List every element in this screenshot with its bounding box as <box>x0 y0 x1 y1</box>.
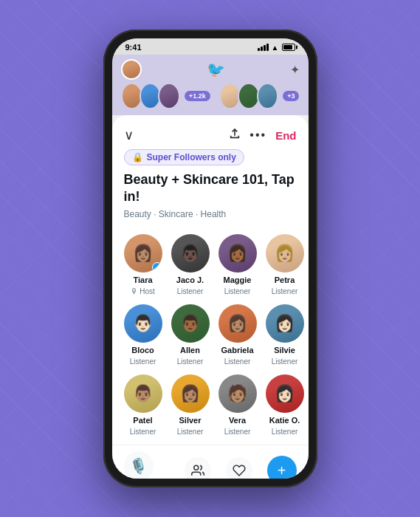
participant-role: Listener <box>272 428 298 436</box>
participant-name: Bloco <box>131 346 154 355</box>
twitter-logo: 🐦 <box>207 61 225 78</box>
participant-avatar: 👩🏻 <box>266 304 304 343</box>
participant-role: Listener <box>272 357 298 366</box>
participant-item[interactable]: 👩🏼PetraListener <box>266 234 304 295</box>
participant-role: Listener <box>177 428 204 436</box>
participant-avatar: 👩🏾 <box>218 234 257 273</box>
room-title: Beauty + Skincare 101, Tap in! <box>112 171 309 209</box>
wifi-icon: ▲ <box>272 44 279 52</box>
participant-item[interactable]: 🧑🏽VeraListener <box>218 374 257 436</box>
bottom-sheet: ∨ ••• End 🔒 Super Followers only Beauty … <box>112 115 309 479</box>
participant-name: Patel <box>133 416 152 425</box>
participant-avatar: 👨🏽 <box>124 374 162 413</box>
participant-name: Silvie <box>274 346 295 355</box>
participant-avatar: 👩🏻 <box>266 374 304 413</box>
participant-item[interactable]: 👨🏽PatelListener <box>124 374 162 436</box>
participant-item[interactable]: 👩🏾MaggieListener <box>218 234 257 295</box>
participant-avatar: 👩🏽 <box>171 374 210 413</box>
room-tags: Beauty · Skincare · Health <box>112 209 309 228</box>
spaces-header: 🐦 ✦ +1.2k +3 <box>112 55 309 115</box>
participant-name: Tiara <box>133 275 152 284</box>
toolbar-left: ∨ <box>124 127 134 143</box>
participant-role: Listener <box>177 287 204 295</box>
share-icon[interactable] <box>229 128 241 143</box>
spaces-top-bar: 🐦 ✦ <box>121 59 300 80</box>
toolbar-right: ••• End <box>229 128 296 143</box>
signal-icon <box>258 44 269 51</box>
participant-role: Listener <box>272 287 298 295</box>
participant-avatar: 👩🏽✓ <box>124 234 162 273</box>
participant-item[interactable]: 👩🏽✓Tiara🎙 Host <box>124 234 162 295</box>
bottom-actions: + <box>185 456 297 479</box>
status-time: 9:41 <box>125 43 142 52</box>
participant-role: Listener <box>224 357 251 366</box>
participant-name: Gabriela <box>221 346 253 355</box>
mic-icon: 🎙 <box>131 287 138 295</box>
add-button[interactable]: + <box>267 456 297 479</box>
super-followers-icon: 🔒 <box>132 152 143 162</box>
participant-avatar: 👨🏾 <box>171 304 210 343</box>
participant-avatar: 🧑🏽 <box>218 374 257 413</box>
participant-name: Katie O. <box>269 416 300 425</box>
super-followers-label: Super Followers only <box>147 152 236 162</box>
status-bar: 9:41 ▲ <box>112 38 309 55</box>
participant-item[interactable]: 👩🏽SilverListener <box>171 374 210 436</box>
listener-avatar-3 <box>158 83 179 109</box>
chevron-down-icon[interactable]: ∨ <box>124 127 134 143</box>
spaces-host-avatar <box>121 59 142 80</box>
phone-frame: 9:41 ▲ 🐦 ✦ +1.2k <box>103 30 317 487</box>
sheet-toolbar: ∨ ••• End <box>112 127 309 149</box>
participant-item[interactable]: 👨🏾AllenListener <box>171 304 210 366</box>
battery-icon <box>282 44 295 51</box>
participant-name: Silver <box>179 416 202 425</box>
listener-count-badge: +1.2k <box>185 91 210 101</box>
heart-button[interactable] <box>226 457 252 479</box>
bottom-bar: 🎙️ Mic is on <box>112 445 309 479</box>
mic-section: 🎙️ Mic is on <box>124 451 154 479</box>
participant-avatar: 👩🏽 <box>218 304 257 343</box>
participant-item[interactable]: 👩🏻Katie O.Listener <box>266 374 304 436</box>
participant-role: Listener <box>130 428 156 436</box>
participant-role: Listener <box>224 428 251 436</box>
end-button[interactable]: End <box>275 129 296 142</box>
participant-role: Listener <box>224 287 251 295</box>
listener-count-badge-2: +3 <box>283 91 299 101</box>
participant-item[interactable]: 👨🏻BlocoListener <box>124 304 162 366</box>
spaces-listeners: +1.2k +3 <box>121 83 300 109</box>
status-icons: ▲ <box>258 44 295 52</box>
phone-screen: 9:41 ▲ 🐦 ✦ +1.2k <box>112 38 309 479</box>
participant-role: 🎙 Host <box>131 287 155 295</box>
participant-role: Listener <box>177 357 204 366</box>
participant-avatar: 👨🏻 <box>124 304 162 343</box>
participant-name: Vera <box>229 416 246 425</box>
participant-avatar: 👨🏿 <box>171 234 210 273</box>
super-followers-badge: 🔒 Super Followers only <box>124 149 244 165</box>
svg-point-0 <box>193 466 198 470</box>
more-icon[interactable]: ••• <box>249 129 266 142</box>
participant-name: Petra <box>275 275 295 284</box>
people-button[interactable] <box>185 457 211 479</box>
participants-grid: 👩🏽✓Tiara🎙 Host👨🏿Jaco J.Listener👩🏾MaggieL… <box>112 228 309 445</box>
participant-avatar: 👩🏼 <box>266 234 304 273</box>
participant-name: Maggie <box>224 275 252 284</box>
sparkle-icon[interactable]: ✦ <box>290 63 300 77</box>
participant-item[interactable]: 👩🏻SilvieListener <box>266 304 304 366</box>
participant-name: Jaco J. <box>176 275 204 284</box>
participant-role: Listener <box>130 357 156 366</box>
mic-button[interactable]: 🎙️ <box>124 451 154 479</box>
participant-item[interactable]: 👩🏽GabrielaListener <box>218 304 257 366</box>
participant-name: Allen <box>180 346 200 355</box>
verified-badge: ✓ <box>152 262 162 273</box>
participant-item[interactable]: 👨🏿Jaco J.Listener <box>171 234 210 295</box>
listener-avatar-6 <box>257 83 278 109</box>
